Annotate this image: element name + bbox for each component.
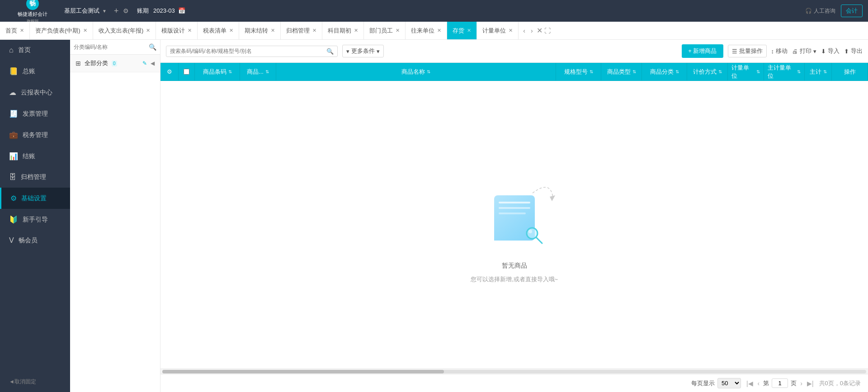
sort-icon: ⇅	[718, 69, 722, 74]
first-page-button[interactable]: |◀	[745, 379, 754, 388]
tab-close-icon[interactable]: ✕	[509, 28, 513, 33]
th-checkbox[interactable]	[179, 63, 195, 80]
sidebar-item-home[interactable]: ⌂ 首页	[0, 40, 70, 61]
category-count-badge: 0	[112, 61, 117, 66]
move-button[interactable]: ↕ 移动	[771, 47, 788, 55]
next-page-button[interactable]: ›	[799, 379, 803, 388]
tab-subject[interactable]: 科目期初 ✕	[322, 22, 364, 39]
th-price-method[interactable]: 计价方式 ⇅	[687, 63, 728, 80]
horizontal-scrollbar[interactable]	[160, 368, 868, 374]
sidebar-item-reports[interactable]: ☁ 云报表中心	[0, 82, 70, 103]
page-input[interactable]	[772, 378, 788, 388]
th-col3[interactable]: 主计 ⇅	[805, 63, 832, 80]
sidebar-item-member[interactable]: V 畅会员	[0, 230, 70, 251]
tab-close-icon[interactable]: ✕	[20, 28, 24, 33]
account-button[interactable]: 会计	[841, 5, 863, 17]
main-layout: ⌂ 首页 📒 总账 ☁ 云报表中心 🧾 发票管理 💼 税务管理 📊 结账 🗄 归…	[0, 40, 868, 392]
import-button[interactable]: ⬇ 导入	[821, 47, 840, 55]
settings-icon[interactable]: ⚙	[123, 7, 129, 14]
th-gear[interactable]: ⚙	[160, 63, 179, 80]
tab-home[interactable]: 首页 ✕	[0, 22, 30, 39]
per-page: 每页显示 50 10 20 100	[691, 378, 741, 388]
tab-close-icon[interactable]: ✕	[312, 28, 316, 33]
tab-close-icon[interactable]: ✕	[146, 28, 150, 33]
sidebar-label: 总账	[23, 67, 35, 76]
sort-icon: ⇅	[265, 69, 269, 74]
sidebar-item-close[interactable]: 📊 结账	[0, 146, 70, 167]
th-spec[interactable]: 规格型号 ⇅	[556, 63, 601, 80]
category-collapse-icon[interactable]: ◀	[151, 60, 155, 66]
tab-close-icon[interactable]: ✕	[354, 28, 358, 33]
add-product-button[interactable]: + 新增商品	[682, 44, 723, 58]
headset-icon: 🎧	[805, 8, 812, 14]
empty-doc	[494, 195, 535, 241]
print-button[interactable]: 🖨 打印 ▾	[792, 47, 816, 55]
prev-page-button[interactable]: ‹	[757, 379, 761, 388]
tab-dept[interactable]: 部门员工 ✕	[364, 22, 406, 39]
scrollbar-track[interactable]	[162, 370, 866, 373]
service-label: 人工咨询	[814, 7, 835, 15]
th-category[interactable]: 商品分类 ⇅	[642, 63, 687, 80]
invoice-icon: 🧾	[9, 109, 18, 118]
org-dropdown-icon[interactable]: ▼	[102, 9, 107, 14]
category-search-row: 🔍	[70, 40, 160, 55]
expand-tabs-button[interactable]: ⛶	[544, 27, 551, 34]
sidebar-item-settings[interactable]: ⚙ 基础设置	[0, 188, 70, 209]
tab-next-button[interactable]: ›	[529, 26, 535, 35]
sort-icon: ⇅	[675, 69, 679, 74]
filter-icon: ▾	[346, 48, 349, 55]
category-search-icon[interactable]: 🔍	[149, 43, 156, 51]
th-main-unit[interactable]: 主计量单位 ⇅	[764, 63, 805, 80]
sidebar-item-tax[interactable]: 💼 税务管理	[0, 124, 70, 146]
category-panel: 🔍 ⊞ 全部分类 0 ✎ ◀	[70, 40, 160, 392]
category-search-input[interactable]	[74, 44, 146, 50]
service-button[interactable]: 🎧 人工咨询	[805, 7, 835, 15]
empty-doc-wrapper	[494, 195, 535, 241]
tab-close-icon[interactable]: ✕	[437, 28, 441, 33]
tab-close-icon[interactable]: ✕	[467, 28, 471, 33]
tab-tax[interactable]: 税表清单 ✕	[198, 22, 239, 39]
th-barcode[interactable]: 商品条码 ⇅	[195, 63, 240, 80]
tab-measure[interactable]: 计量单位 ✕	[477, 22, 519, 39]
tab-contacts[interactable]: 往来单位 ✕	[406, 22, 447, 39]
calendar-icon[interactable]: 📅	[178, 7, 185, 14]
add-tab-button[interactable]: +	[114, 6, 119, 16]
tab-close-icon[interactable]: ✕	[271, 28, 275, 33]
tab-archive[interactable]: 归档管理 ✕	[281, 22, 322, 39]
th-name[interactable]: 商品名称 ⇅	[276, 63, 556, 80]
th-unit[interactable]: 计量单位 ⇅	[728, 63, 764, 80]
sidebar-item-guide[interactable]: 🔰 新手引导	[0, 209, 70, 230]
filter-button[interactable]: ▾ 更多条件 ▾	[342, 45, 384, 57]
svg-marker-0	[550, 195, 555, 201]
tab-prev-button[interactable]: ‹	[521, 26, 527, 35]
tab-close-icon[interactable]: ✕	[396, 28, 400, 33]
scrollbar-thumb[interactable]	[162, 370, 444, 373]
sidebar-item-ledger[interactable]: 📒 总账	[0, 61, 70, 82]
tab-close-icon[interactable]: ✕	[83, 28, 87, 33]
batch-icon: ☰	[732, 48, 737, 55]
close-all-tabs-button[interactable]: ✕	[537, 26, 542, 35]
tab-income[interactable]: 收入支出表(年报) ✕	[93, 22, 156, 39]
tab-close-icon[interactable]: ✕	[229, 28, 233, 33]
sidebar-item-archive[interactable]: 🗄 归档管理	[0, 167, 70, 188]
category-all-item[interactable]: ⊞ 全部分类 0 ✎ ◀	[70, 55, 160, 72]
export-button[interactable]: ⬆ 导出	[844, 47, 863, 55]
unpin-button[interactable]: ◄取消固定	[0, 372, 70, 392]
tab-period-close[interactable]: 期末结转 ✕	[239, 22, 281, 39]
category-edit-icon[interactable]: ✎	[142, 60, 147, 66]
batch-label: 批量操作	[739, 47, 763, 55]
search-icon[interactable]: 🔍	[326, 48, 334, 55]
tab-close-icon[interactable]: ✕	[188, 28, 192, 33]
tab-inventory[interactable]: 存货 ✕	[447, 22, 477, 39]
sidebar-item-invoice[interactable]: 🧾 发票管理	[0, 103, 70, 124]
tab-balance[interactable]: 资产负债表(中期) ✕	[30, 22, 93, 39]
per-page-select[interactable]: 50 10 20 100	[717, 378, 741, 388]
th-code[interactable]: 商品... ⇅	[240, 63, 276, 80]
select-all-checkbox[interactable]	[184, 69, 189, 75]
batch-button[interactable]: ☰ 批量操作	[728, 45, 767, 57]
product-search-input[interactable]	[170, 48, 324, 54]
last-page-button[interactable]: ▶|	[806, 379, 815, 388]
th-type[interactable]: 商品类型 ⇅	[601, 63, 642, 80]
tax-icon: 💼	[9, 131, 18, 139]
tab-template[interactable]: 模版设计 ✕	[156, 22, 198, 39]
